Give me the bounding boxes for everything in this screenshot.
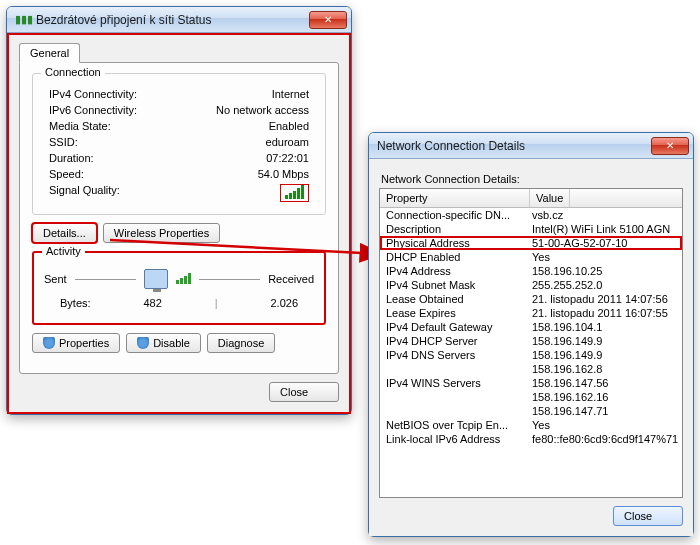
signal-quality-label: Signal Quality: [49,184,120,202]
details-value: 21. listopadu 2011 14:07:56 [530,293,682,305]
details-value: 158.196.162.8 [530,363,682,375]
close-label: Close [624,510,652,522]
wireless-properties-button[interactable]: Wireless Properties [103,223,220,243]
details-row[interactable]: NetBIOS over Tcpip En...Yes [380,418,682,432]
details-value: vsb.cz [530,209,682,221]
activity-group: Activity Sent Received Bytes: 482 | 2.02… [32,251,326,325]
titlebar[interactable]: ▮▮▮ Bezdrátové připojení k síti Status ✕ [7,7,351,33]
details-value: Yes [530,419,682,431]
details-property [380,405,530,417]
details-row[interactable]: 158.196.162.8 [380,362,682,376]
network-details-window: Network Connection Details ✕ Network Con… [368,132,694,537]
duration-value: 07:22:01 [266,152,309,164]
details-row[interactable]: Link-local IPv6 Addressfe80::fe80:6cd9:6… [380,432,682,446]
details-button[interactable]: Details... [32,223,97,243]
ssid-label: SSID: [49,136,78,148]
details-property: Physical Address [380,237,530,249]
details-row[interactable]: DescriptionIntel(R) WiFi Link 5100 AGN [380,222,682,236]
properties-label: Properties [59,337,109,349]
details-value: fe80::fe80:6cd9:6cd9f147%71 [530,433,682,445]
details-property [380,391,530,403]
ipv4-conn-label: IPv4 Connectivity: [49,88,137,100]
wireless-properties-label: Wireless Properties [114,227,209,239]
details-value: Yes [530,251,682,263]
details-value: 255.255.252.0 [530,279,682,291]
diagnose-button[interactable]: Diagnose [207,333,275,353]
details-columns[interactable]: Property Value [380,189,682,208]
details-row[interactable]: IPv4 Default Gateway158.196.104.1 [380,320,682,334]
details-row[interactable]: Lease Obtained21. listopadu 2011 14:07:5… [380,292,682,306]
details-property: Lease Obtained [380,293,530,305]
details-property: IPv4 Address [380,265,530,277]
details-property [380,363,530,375]
signal-bars-icon [285,185,304,199]
col-value[interactable]: Value [530,189,570,207]
details-value: 158.196.104.1 [530,321,682,333]
diagnose-label: Diagnose [218,337,264,349]
close-label: Close [280,386,308,398]
activity-group-title: Activity [42,245,85,257]
details-list[interactable]: Property Value Connection-specific DN...… [379,188,683,498]
properties-button[interactable]: Properties [32,333,120,353]
details-row[interactable]: 158.196.147.71 [380,404,682,418]
wifi-status-window: ▮▮▮ Bezdrátové připojení k síti Status ✕… [6,6,352,415]
connection-group: Connection IPv4 Connectivity:Internet IP… [32,73,326,215]
details-property: Link-local IPv6 Address [380,433,530,445]
disable-button[interactable]: Disable [126,333,201,353]
ipv6-conn-label: IPv6 Connectivity: [49,104,137,116]
details-row[interactable]: Connection-specific DN...vsb.cz [380,208,682,222]
close-button[interactable]: Close [613,506,683,526]
wifi-icon: ▮▮▮ [15,13,33,26]
details-value: 158.196.162.16 [530,391,682,403]
tab-general[interactable]: General [19,43,80,63]
details-property: Connection-specific DN... [380,209,530,221]
details-value: 158.196.149.9 [530,349,682,361]
window-title: Network Connection Details [377,139,651,153]
details-value: 51-00-AG-52-07-10 [530,237,682,249]
details-row[interactable]: 158.196.162.16 [380,390,682,404]
bytes-sent-value: 482 [143,297,161,309]
details-button-label: Details... [43,227,86,239]
details-value: 158.196.147.56 [530,377,682,389]
details-value: 21. listopadu 2011 16:07:55 [530,307,682,319]
details-row[interactable]: DHCP EnabledYes [380,250,682,264]
details-row[interactable]: Lease Expires21. listopadu 2011 16:07:55 [380,306,682,320]
details-value: 158.196.10.25 [530,265,682,277]
divider [199,279,260,280]
details-value: 158.196.149.9 [530,335,682,347]
details-property: IPv4 Default Gateway [380,321,530,333]
window-title: Bezdrátové připojení k síti Status [36,13,309,27]
details-row[interactable]: IPv4 DNS Servers158.196.149.9 [380,348,682,362]
close-button[interactable]: Close [269,382,339,402]
activity-signal-icon [176,274,191,284]
details-property: IPv4 WINS Servers [380,377,530,389]
media-state-value: Enabled [269,120,309,132]
shield-icon [43,337,55,349]
details-list-label: Network Connection Details: [381,173,681,185]
duration-label: Duration: [49,152,94,164]
details-value: 158.196.147.71 [530,405,682,417]
titlebar[interactable]: Network Connection Details ✕ [369,133,693,159]
ipv4-conn-value: Internet [272,88,309,100]
media-state-label: Media State: [49,120,111,132]
col-property[interactable]: Property [380,189,530,207]
details-row[interactable]: IPv4 DHCP Server158.196.149.9 [380,334,682,348]
received-label: Received [268,273,314,285]
monitor-icon [144,269,168,289]
details-property: NetBIOS over Tcpip En... [380,419,530,431]
connection-group-title: Connection [41,66,105,78]
ssid-value: eduroam [266,136,309,148]
close-icon[interactable]: ✕ [309,11,347,29]
close-icon[interactable]: ✕ [651,137,689,155]
speed-label: Speed: [49,168,84,180]
speed-value: 54.0 Mbps [258,168,309,180]
details-property: DHCP Enabled [380,251,530,263]
details-row[interactable]: IPv4 WINS Servers158.196.147.56 [380,376,682,390]
details-property: Description [380,223,530,235]
details-row[interactable]: Physical Address51-00-AG-52-07-10 [380,236,682,250]
details-row[interactable]: IPv4 Address158.196.10.25 [380,264,682,278]
bytes-label: Bytes: [60,297,91,309]
details-row[interactable]: IPv4 Subnet Mask255.255.252.0 [380,278,682,292]
details-property: IPv4 DNS Servers [380,349,530,361]
details-property: Lease Expires [380,307,530,319]
